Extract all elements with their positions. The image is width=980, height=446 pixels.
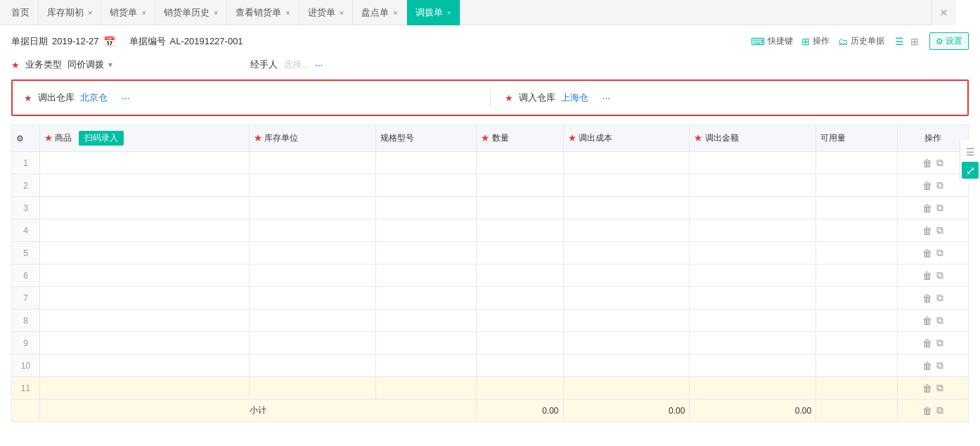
cell-amount-10[interactable] [690,355,816,377]
cell-unit-9[interactable] [249,332,375,355]
close-tab-sales-history[interactable]: × [214,8,218,17]
cell-cost-7[interactable] [563,287,690,310]
tab-view-sales[interactable]: 查看销货单 × [227,0,299,25]
cell-product-6[interactable] [40,265,250,287]
cell-qty-6[interactable] [477,265,563,287]
person-placeholder[interactable]: 选择... [283,58,309,71]
cell-available-10[interactable] [816,355,897,377]
cell-unit-4[interactable] [249,219,375,242]
copy-icon-3[interactable]: ⧉ [936,202,943,214]
copy-icon-4[interactable]: ⧉ [936,224,943,236]
warehouse-in-value[interactable]: 上海仓 [561,91,588,104]
cell-spec-5[interactable] [375,242,477,265]
cell-product-8[interactable] [40,310,250,332]
delete-icon-5[interactable]: 🗑 [922,248,932,259]
cell-spec-1[interactable] [375,152,477,174]
cell-amount-7[interactable] [690,287,816,310]
cell-available-5[interactable] [816,242,897,265]
cell-available-1[interactable] [816,152,897,174]
layout-list-icon[interactable]: ☰ [893,35,905,48]
cell-cost-1[interactable] [563,152,690,174]
cell-cost-8[interactable] [563,310,690,332]
copy-icon-6[interactable]: ⧉ [936,269,943,281]
cell-product-9[interactable] [40,332,250,355]
cell-spec-2[interactable] [375,174,477,197]
cell-available-3[interactable] [816,197,897,219]
cell-product-3[interactable] [40,197,250,219]
cell-cost-6[interactable] [563,265,690,287]
delete-icon-3[interactable]: 🗑 [922,203,932,214]
delete-icon-6[interactable]: 🗑 [922,270,932,281]
delete-icon-11[interactable]: 🗑 [922,383,932,394]
subtotal-copy-icon[interactable]: ⧉ [936,404,943,416]
cell-unit-8[interactable] [249,310,375,332]
date-value[interactable]: 2019-12-27 [52,36,99,46]
calendar-icon[interactable]: 📅 [103,36,115,47]
cell-product-10[interactable] [40,355,250,377]
close-tab-inventory-init[interactable]: × [88,8,92,17]
cell-spec-10[interactable] [375,355,477,377]
cell-qty-11[interactable] [477,377,563,400]
cell-product-5[interactable] [40,242,250,265]
cell-cost-9[interactable] [563,332,690,355]
cell-spec-3[interactable] [375,197,477,219]
cell-qty-7[interactable] [477,287,563,310]
tab-inventory-init[interactable]: 库存期初 × [39,0,101,25]
layout-grid-icon[interactable]: ⊞ [908,35,921,48]
cell-product-1[interactable] [40,152,250,174]
cell-product-2[interactable] [40,174,250,197]
warehouse-out-more-icon[interactable]: ··· [122,92,130,103]
cell-unit-3[interactable] [249,197,375,219]
cell-qty-10[interactable] [477,355,563,377]
table-settings-header[interactable]: ⚙ [12,125,40,152]
close-tab-view-sales[interactable]: × [285,8,290,17]
copy-icon-8[interactable]: ⧉ [936,314,943,326]
cell-unit-11[interactable] [249,377,375,400]
copy-icon-7[interactable]: ⧉ [936,292,943,304]
cell-available-2[interactable] [816,174,897,197]
warehouse-in-more-icon[interactable]: ··· [602,92,611,103]
copy-icon-5[interactable]: ⧉ [936,247,943,259]
copy-icon-11[interactable]: ⧉ [936,382,943,394]
cell-amount-9[interactable] [690,332,816,355]
cell-spec-9[interactable] [375,332,477,355]
cell-product-4[interactable] [40,219,250,242]
person-more-icon[interactable]: ··· [315,59,323,70]
cell-unit-10[interactable] [249,355,375,377]
cell-unit-7[interactable] [249,287,375,310]
tab-purchase-order[interactable]: 进货单 × [299,0,353,25]
cell-amount-3[interactable] [690,197,816,219]
settings-button[interactable]: ⚙ 设置 [929,32,969,50]
operation-action[interactable]: ⊞ 操作 [801,35,830,47]
cell-qty-2[interactable] [477,174,563,197]
delete-icon-8[interactable]: 🗑 [922,315,932,326]
copy-icon-1[interactable]: ⧉ [936,157,943,169]
shortcut-action[interactable]: ⌨ 快捷键 [751,35,793,47]
delete-icon-7[interactable]: 🗑 [922,293,932,304]
cell-product-11[interactable] [40,377,250,400]
tab-sales-order[interactable]: 销货单 × [101,0,155,25]
business-type-select[interactable]: 同价调拨 ▾ [67,58,112,71]
tab-home[interactable]: 首页 [3,0,39,25]
copy-icon-9[interactable]: ⧉ [936,337,943,349]
cell-qty-5[interactable] [477,242,563,265]
cell-amount-5[interactable] [690,242,816,265]
cell-amount-6[interactable] [690,265,816,287]
cell-qty-1[interactable] [477,152,563,174]
cell-spec-8[interactable] [375,310,477,332]
cell-available-6[interactable] [816,265,897,287]
delete-icon-9[interactable]: 🗑 [922,338,932,349]
cell-cost-10[interactable] [563,355,690,377]
right-panel-expand-icon[interactable]: ⤢ [962,162,979,179]
cell-unit-5[interactable] [249,242,375,265]
cell-spec-4[interactable] [375,219,477,242]
delete-icon-4[interactable]: 🗑 [922,225,932,236]
cell-available-8[interactable] [816,310,897,332]
cell-available-7[interactable] [816,287,897,310]
right-panel-list-icon[interactable]: ☰ [962,144,979,160]
tab-inventory-check[interactable]: 盘点单 × [353,0,406,25]
cell-spec-7[interactable] [375,287,477,310]
cell-cost-4[interactable] [563,219,690,242]
cell-available-4[interactable] [816,219,897,242]
cell-cost-11[interactable] [563,377,690,400]
